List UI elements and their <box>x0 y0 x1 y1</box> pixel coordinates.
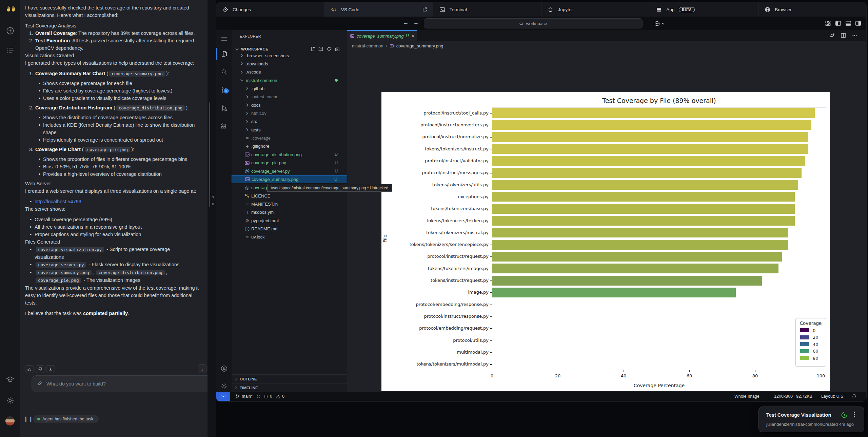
expand-right-icon[interactable]: > <box>212 202 214 206</box>
task-toast[interactable]: Test Coverage Visualization juliendenize… <box>758 407 864 432</box>
menu-icon[interactable] <box>220 35 228 43</box>
problems-item[interactable]: 0 0 <box>264 392 284 401</box>
open-changes-icon[interactable] <box>829 33 835 38</box>
account-icon[interactable] <box>220 365 228 372</box>
panel-left-icon[interactable] <box>835 20 841 26</box>
tree-item-MANIFEST.in[interactable]: ≡MANIFEST.in <box>232 200 347 208</box>
editor-tab[interactable]: coverage_summary.png U × <box>347 30 417 41</box>
chat-input[interactable] <box>46 381 212 387</box>
breadcrumb-repo[interactable]: mistral-common <box>352 43 383 48</box>
tree-item-.pytest_cache[interactable]: .pytest_cache <box>232 93 347 101</box>
notifications-item[interactable] <box>852 392 856 401</box>
tree-item-.vscode[interactable]: .vscode <box>232 68 347 76</box>
env-tab-changes[interactable]: Changes <box>216 2 325 17</box>
tree-item-.downloads[interactable]: .downloads <box>232 60 347 68</box>
thumbs-down-button[interactable] <box>36 365 44 373</box>
external-link-icon[interactable] <box>422 7 428 12</box>
tree-item-htmlcov[interactable]: htmlcov <box>232 109 347 118</box>
panel-right-icon[interactable] <box>855 20 861 26</box>
timeline-section[interactable]: TIMELINE <box>232 383 347 392</box>
new-chat-icon[interactable] <box>6 27 14 35</box>
scroll-to-bottom-button[interactable]: ↓ <box>198 364 206 373</box>
image-size-item[interactable]: 92.72KB <box>796 392 812 401</box>
extensions-view-icon[interactable] <box>220 123 228 130</box>
x-tick-mark <box>755 370 755 372</box>
tree-item-mkdocs.yml[interactable]: !mkdocs.yml <box>232 208 347 216</box>
tree-item-coverage_distribution.png[interactable]: coverage_distribution.pngU <box>232 150 347 159</box>
learn-icon[interactable] <box>6 375 14 383</box>
refresh-icon[interactable] <box>327 46 332 51</box>
tree-item-pyproject.toml[interactable]: ⚙pyproject.toml <box>232 216 347 225</box>
tree-item-coverage_server.py[interactable]: coverage_server.pyU <box>232 167 347 175</box>
new-file-icon[interactable] <box>310 46 315 51</box>
env-tab-vs-code[interactable]: VS Code <box>325 2 433 17</box>
close-tab-icon[interactable]: × <box>412 33 414 39</box>
collapse-left-icon[interactable]: < <box>212 194 214 199</box>
workspace-search[interactable]: workspace <box>424 18 643 28</box>
tree-item-mistral-common[interactable]: mistral-common <box>232 76 347 84</box>
tree-item-LICENCE[interactable]: LICENCE <box>232 192 347 200</box>
chat-scrollbar[interactable] <box>209 102 210 207</box>
env-tab-terminal[interactable]: Terminal <box>433 2 542 17</box>
manage-gear-icon[interactable] <box>220 382 228 390</box>
user-avatar[interactable] <box>5 416 15 425</box>
new-folder-icon[interactable] <box>318 46 323 51</box>
localhost-link[interactable]: http://localhost:54793 <box>35 199 81 204</box>
chat-history-icon[interactable] <box>6 46 14 54</box>
image-preview-canvas: Test Coverage by File (89% overall)proto… <box>347 50 867 392</box>
tree-item-src[interactable]: src <box>232 118 347 126</box>
explorer-view-icon[interactable] <box>220 50 228 58</box>
tree-item-.github[interactable]: .github <box>232 84 347 92</box>
y-tick-mark <box>490 173 492 173</box>
panel-divider[interactable]: < > <box>208 0 216 437</box>
y-tick-label: tokens/tokenizers/base.py <box>380 206 489 211</box>
search-view-icon[interactable] <box>220 68 228 76</box>
legend-swatch <box>800 349 809 353</box>
env-tab-browser[interactable]: Browser <box>758 2 867 17</box>
nav-forward-icon[interactable]: → <box>413 20 419 26</box>
nav-back-icon[interactable]: ← <box>403 20 409 26</box>
toast-menu-icon[interactable] <box>854 412 855 417</box>
layout-grid-icon[interactable] <box>825 20 831 26</box>
attach-icon[interactable] <box>37 381 43 387</box>
tree-item-.browser_screenshots[interactable]: .browser_screenshots <box>232 51 347 60</box>
pause-icon[interactable]: ❙❙ <box>24 416 34 422</box>
y-tick-label: image.py <box>380 290 489 295</box>
panel-bottom-icon[interactable] <box>845 20 851 26</box>
collapse-all-icon[interactable] <box>335 46 340 51</box>
split-editor-icon[interactable] <box>841 33 846 38</box>
tree-item-.coverage[interactable]: ≡.coverage <box>232 134 347 142</box>
thumbs-up-button[interactable] <box>25 365 34 373</box>
git-branch-item[interactable]: main* <box>235 392 261 401</box>
breadcrumb-file[interactable]: coverage_summary.png <box>396 43 443 48</box>
tree-item-uv.lock[interactable]: ≡uv.lock <box>232 233 347 241</box>
tree-item-coverage_summary.png[interactable]: coverage_summary.pngU <box>232 175 347 183</box>
chart-title: Test Coverage by File (89% overall) <box>492 97 826 104</box>
tree-item-.gitignore[interactable]: ◆.gitignore <box>232 142 347 150</box>
chevron-down-icon[interactable] <box>662 22 665 25</box>
settings-icon[interactable] <box>6 396 14 404</box>
tree-item-docs[interactable]: docs <box>232 101 347 109</box>
env-tab-app[interactable]: AppBETA <box>650 2 758 17</box>
tree-item-tests[interactable]: tests <box>232 126 347 134</box>
layout-item[interactable]: Layout: U.S. <box>821 392 845 401</box>
breadcrumb[interactable]: mistral-common › coverage_summary.png <box>352 41 443 50</box>
image-mode-item[interactable]: Whole Image <box>734 392 760 401</box>
copilot-icon[interactable] <box>654 20 660 27</box>
ordered-list: 1.Overall Coverage: The repository has 8… <box>25 29 199 52</box>
message-paragraph: Files Generated <box>25 238 199 246</box>
outline-section[interactable]: OUTLINE <box>232 374 347 383</box>
more-actions-icon[interactable] <box>852 33 857 38</box>
tree-item-coverage_pie.png[interactable]: coverage_pie.pngU <box>232 159 347 167</box>
tree-item-README.md[interactable]: README.md <box>232 225 347 233</box>
legend-swatch <box>800 335 809 339</box>
download-message-button[interactable] <box>46 365 55 373</box>
image-dimensions-item[interactable]: 1200x800 <box>774 392 793 401</box>
tree-item-label: uv.lock <box>251 234 265 240</box>
sync-icon[interactable] <box>256 394 261 399</box>
editor-actions <box>829 33 857 38</box>
env-tab-jupyter[interactable]: Jupyter <box>541 2 650 17</box>
coverage-bar <box>492 132 808 142</box>
run-debug-view-icon[interactable] <box>220 104 228 112</box>
remote-indicator[interactable]: >< <box>216 392 230 401</box>
